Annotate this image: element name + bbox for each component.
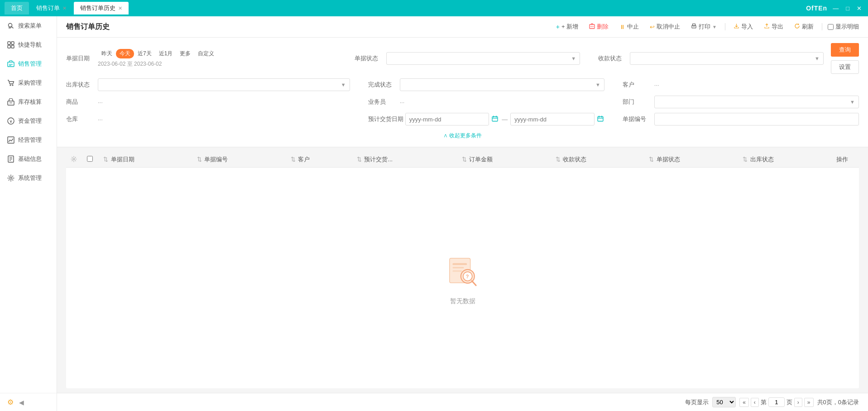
delete-btn[interactable]: 删除 [586, 21, 611, 33]
sidebar-item-basic-info[interactable]: 基础信息 [0, 150, 57, 169]
th-checkbox[interactable] [82, 152, 99, 168]
page-size-select[interactable]: 50 10 20 100 [712, 397, 736, 407]
sidebar-item-basic-info-label: 基础信息 [18, 155, 42, 163]
sidebar-item-search-menu[interactable]: 搜索菜单 [0, 16, 57, 35]
tab-sales-order[interactable]: 销售订单 ✕ [30, 2, 73, 15]
date-btn-yesterday[interactable]: 昨天 [98, 49, 116, 58]
page-title: 销售订单历史 [66, 22, 110, 32]
table-area: ⇅ 单据日期 ⇅ 单据编号 ⇅ 客户 [57, 147, 868, 393]
query-btn[interactable]: 查询 [831, 43, 859, 57]
refresh-btn[interactable]: 刷新 [791, 21, 816, 33]
sidebar: 搜索菜单 快捷导航 销售管理 采购管理 库存核算 [0, 16, 57, 411]
salesperson-dots[interactable]: ··· [400, 99, 405, 106]
complete-status-select[interactable]: ▼ [400, 78, 604, 91]
calendar-icon-from[interactable] [492, 116, 498, 123]
th-amount[interactable]: ⇅ 订单金额 [457, 152, 551, 168]
expected-date-from[interactable] [405, 113, 489, 126]
payment-status-select[interactable]: ▼ [630, 52, 824, 65]
sidebar-item-sales-mgmt[interactable]: 销售管理 [0, 54, 57, 73]
warehouse-label: 仓库 [66, 115, 98, 123]
warehouse-dots[interactable]: ··· [98, 116, 103, 123]
stop-btn[interactable]: ⏸ 中止 [617, 21, 642, 33]
close-btn[interactable]: ✕ [855, 5, 863, 12]
th-order-status[interactable]: ⇅ 单据状态 [644, 152, 738, 168]
next-page-btn[interactable]: › [794, 398, 802, 407]
sidebar-item-system-mgmt[interactable]: 系统管理 [0, 169, 57, 188]
order-no-input[interactable] [654, 113, 859, 126]
sidebar-item-operations[interactable]: 经营管理 [0, 131, 57, 150]
date-btn-more[interactable]: 更多 [176, 49, 194, 58]
th-customer[interactable]: ⇅ 客户 [286, 152, 352, 168]
tab-sales-order-label: 销售订单 [36, 4, 60, 12]
svg-rect-43 [452, 267, 464, 268]
tab-sales-order-history-close[interactable]: ✕ [118, 5, 122, 11]
toolbar: + + 新增 删除 ⏸ 中止 ↩ 取消中止 [553, 21, 859, 33]
collapse-conditions[interactable]: ∧ 收起更多条件 [66, 130, 859, 141]
tab-sales-order-history[interactable]: 销售订单历史 ✕ [74, 2, 129, 15]
collapse-sidebar-icon[interactable]: ◀ [19, 399, 24, 406]
export-btn[interactable]: 导出 [761, 21, 786, 33]
customer-dots[interactable]: ··· [654, 82, 659, 88]
department-select[interactable]: ▼ [654, 96, 859, 108]
date-btn-today[interactable]: 今天 [116, 49, 134, 58]
goods-dots[interactable]: ··· [98, 99, 103, 106]
cancel-stop-btn[interactable]: ↩ 取消中止 [647, 21, 683, 33]
filter-goods: 商品 ··· [66, 98, 350, 106]
filter-department: 部门 ▼ [623, 96, 859, 108]
tab-sales-order-close[interactable]: ✕ [62, 5, 67, 11]
sidebar-bottom: ⚙ ◀ [0, 393, 57, 411]
empty-illustration: ? [440, 251, 485, 292]
display-detail-toggle[interactable]: 显示明细 [828, 23, 859, 31]
th-settings[interactable] [66, 152, 82, 168]
svg-rect-4 [8, 42, 10, 44]
print-dropdown-icon[interactable]: ▼ [712, 24, 717, 29]
sidebar-item-quick-nav[interactable]: 快捷导航 [0, 35, 57, 54]
svg-rect-36 [598, 116, 603, 121]
page-input[interactable] [768, 397, 785, 407]
th-date[interactable]: ⇅ 单据日期 [99, 152, 192, 168]
date-btn-custom[interactable]: 自定义 [194, 49, 218, 58]
order-status-select[interactable]: ▼ [386, 52, 580, 65]
sidebar-item-inventory[interactable]: 库存核算 [0, 92, 57, 111]
th-order-status-sort-icon: ⇅ [649, 156, 654, 163]
outbound-status-select[interactable]: ▼ [98, 78, 350, 91]
th-outbound-status[interactable]: ⇅ 出库状态 [738, 152, 832, 168]
outbound-status-label: 出库状态 [66, 81, 98, 89]
display-detail-checkbox[interactable] [828, 24, 834, 30]
inventory-icon [7, 98, 14, 106]
new-btn[interactable]: + + 新增 [553, 21, 581, 33]
import-btn[interactable]: 导入 [731, 21, 756, 33]
outbound-status-chevron: ▼ [341, 82, 346, 87]
maximize-btn[interactable]: □ [844, 5, 851, 12]
th-expected-date[interactable]: ⇅ 预计交货... [352, 152, 457, 168]
cancel-stop-label: 取消中止 [657, 23, 680, 31]
svg-rect-28 [693, 24, 695, 26]
sidebar-item-purchase-mgmt[interactable]: 采购管理 [0, 73, 57, 92]
th-payment-status[interactable]: ⇅ 收款状态 [551, 152, 645, 168]
th-no[interactable]: ⇅ 单据编号 [192, 152, 286, 168]
basic-info-icon [7, 155, 14, 163]
expected-date-to[interactable] [510, 113, 595, 126]
sidebar-item-finance-label: 资金管理 [18, 117, 42, 125]
date-btn-7days[interactable]: 近7天 [134, 49, 155, 58]
refresh-icon [794, 23, 800, 30]
sidebar-item-finance[interactable]: ¥ 资金管理 [0, 111, 57, 131]
last-page-btn[interactable]: » [804, 398, 814, 407]
import-icon [734, 23, 739, 30]
svg-rect-23 [590, 24, 595, 29]
settings-icon[interactable]: ⚙ [7, 398, 14, 406]
prev-page-btn[interactable]: ‹ [751, 398, 759, 407]
date-btn-1month[interactable]: 近1月 [155, 49, 177, 58]
svg-rect-32 [492, 116, 498, 121]
print-icon [691, 23, 697, 30]
calendar-icon-to[interactable] [597, 116, 604, 123]
minimize-btn[interactable]: — [831, 5, 840, 12]
print-btn[interactable]: 打印 ▼ [688, 21, 719, 33]
tab-home[interactable]: 首页 [5, 2, 29, 15]
svg-rect-42 [452, 263, 467, 265]
refresh-label: 刷新 [802, 23, 814, 31]
first-page-btn[interactable]: « [739, 398, 749, 407]
select-all-checkbox[interactable] [87, 156, 93, 162]
setting-btn[interactable]: 设置 [831, 60, 859, 74]
svg-rect-6 [8, 45, 10, 48]
